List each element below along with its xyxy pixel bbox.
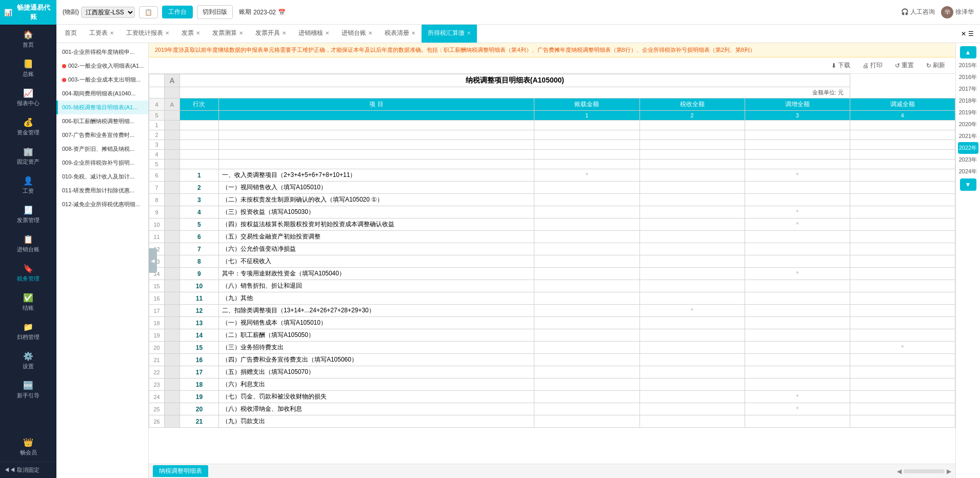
c1-cell[interactable] <box>534 379 639 391</box>
c4-cell[interactable] <box>850 206 955 218</box>
item-cell[interactable]: （四）广告费和业务宣传费支出（填写A105060） <box>218 354 534 366</box>
sidebar-item-new-guide[interactable]: 🆕 新手引导 <box>0 375 56 405</box>
tab-payroll-stat[interactable]: 工资统计报表 ✕ <box>120 25 175 43</box>
c4-cell[interactable] <box>850 160 955 169</box>
left-panel-item-003[interactable]: 003-一般企业成本支出明细... <box>56 73 148 87</box>
left-panel-item-007[interactable]: 007-广告费和业务宣传费时... <box>56 128 148 142</box>
c3-cell[interactable] <box>745 255 850 268</box>
c2-cell[interactable] <box>639 194 745 206</box>
tab-close-income-tax[interactable]: ✕ <box>467 30 471 36</box>
sidebar-item-fixed-asset[interactable]: 🏢 固定资产 <box>0 142 56 171</box>
c3-cell[interactable] <box>745 121 850 130</box>
c2-cell[interactable] <box>639 391 745 403</box>
left-panel-item-006[interactable]: 006-职工薪酬纳税调整明细... <box>56 114 148 128</box>
year-item[interactable]: 2019年 <box>958 107 978 118</box>
c3-cell[interactable] <box>745 292 850 305</box>
sidebar-item-tax-mgmt[interactable]: 🔖 税务管理 <box>0 258 56 288</box>
c2-cell[interactable] <box>639 231 745 243</box>
c4-cell[interactable] <box>850 194 955 206</box>
tab-payroll[interactable]: 工资表 ✕ <box>83 25 120 43</box>
c4-cell[interactable] <box>850 121 955 130</box>
c3-cell[interactable] <box>745 194 850 206</box>
table-row[interactable]: 26 21 （九）罚款支出 <box>149 415 955 428</box>
c2-cell[interactable]: * <box>639 305 745 317</box>
year-item[interactable]: 2022年 <box>958 142 978 154</box>
tab-home[interactable]: 首页 <box>58 25 83 43</box>
c1-cell[interactable] <box>534 305 639 317</box>
c1-cell[interactable] <box>534 354 639 366</box>
c3-cell[interactable]: * <box>745 169 850 182</box>
tab-invoice-calc[interactable]: 发票测算 ✕ <box>206 25 249 43</box>
c3-cell[interactable] <box>745 379 850 391</box>
table-row[interactable]: 17 12 二、扣除类调整项目（13+14+...24+26+27+28+29+… <box>149 305 955 317</box>
left-panel-item-004[interactable]: 004-期间费用明细表(A1040... <box>56 87 148 101</box>
c1-cell[interactable] <box>534 415 639 428</box>
tab-close-invoice[interactable]: ✕ <box>196 30 200 36</box>
c4-cell[interactable] <box>850 317 955 329</box>
left-panel-item-008[interactable]: 008-资产折旧、摊销及纳税... <box>56 142 148 156</box>
table-row[interactable]: 7 2 （一）视同销售收入（填写A105010） <box>149 182 955 194</box>
c4-cell[interactable] <box>850 280 955 292</box>
table-row[interactable]: 3 <box>149 140 955 150</box>
c3-cell[interactable] <box>745 366 850 379</box>
c2-cell[interactable] <box>639 292 745 305</box>
c2-cell[interactable] <box>639 379 745 391</box>
sidebar-item-home[interactable]: 🏠 首页 <box>0 25 56 54</box>
c2-cell[interactable] <box>639 268 745 280</box>
tab-close-payroll[interactable]: ✕ <box>110 30 114 36</box>
tabs-menu[interactable]: ☰ <box>968 30 974 37</box>
item-cell[interactable]: （七）不征税收入 <box>218 255 534 268</box>
item-cell[interactable] <box>218 140 534 150</box>
c1-cell[interactable] <box>534 231 639 243</box>
table-row[interactable]: 23 18 （六）利息支出 <box>149 379 955 391</box>
c4-cell[interactable] <box>850 415 955 428</box>
c3-cell[interactable] <box>745 130 850 140</box>
c1-cell[interactable] <box>534 243 639 255</box>
company-selector[interactable]: (物副) 江西股室-LSS <box>63 7 135 18</box>
period-edit-icon[interactable]: 📅 <box>278 9 286 16</box>
c1-cell[interactable] <box>534 194 639 206</box>
c4-cell[interactable] <box>850 403 955 415</box>
print-btn[interactable]: 🖨 打印 <box>858 59 887 71</box>
sidebar-item-close[interactable]: ✅ 结账 <box>0 288 56 317</box>
item-cell[interactable]: （四）按权益法核算长期股权投资对初始投资成本调整确认收益 <box>218 218 534 231</box>
item-cell[interactable]: （八）销售折扣、折让和退回 <box>218 280 534 292</box>
copy-btn[interactable]: 📋 <box>139 6 158 18</box>
c3-cell[interactable] <box>745 243 850 255</box>
year-item[interactable]: 2020年 <box>958 118 978 130</box>
c1-cell[interactable] <box>534 140 639 150</box>
table-row[interactable]: 9 4 （三）投资收益（填写A105030） * <box>149 206 955 218</box>
workbench-btn[interactable]: 工作台 <box>162 6 193 18</box>
scroll-bar[interactable] <box>904 469 945 473</box>
sidebar-fix-button[interactable]: ◀◀ 取消固定 <box>0 462 56 478</box>
scroll-right-btn[interactable]: ▶ <box>947 468 951 475</box>
scroll-left-btn[interactable]: ◀ <box>897 468 902 475</box>
tab-close-tax-clearance[interactable]: ✕ <box>411 30 415 36</box>
left-panel-item-009[interactable]: 009-企业所得税弥补亏损明... <box>56 156 148 170</box>
sidebar-item-payroll[interactable]: 👤 工资 <box>0 171 56 200</box>
item-cell[interactable]: （二）未按权责发生制原则确认的收入（填写A105020 ①） <box>218 194 534 206</box>
c1-cell[interactable]: * <box>534 169 639 182</box>
year-scroll-down[interactable]: ▼ <box>960 178 976 191</box>
c3-cell[interactable] <box>745 415 850 428</box>
c4-cell[interactable] <box>850 268 955 280</box>
c2-cell[interactable] <box>639 121 745 130</box>
c3-cell[interactable] <box>745 160 850 169</box>
left-panel-item-010[interactable]: 010-免税、减计收入及加计... <box>56 170 148 184</box>
item-cell[interactable]: 二、扣除类调整项目（13+14+...24+26+27+28+29+30） <box>218 305 534 317</box>
item-cell[interactable]: （九）其他 <box>218 292 534 305</box>
c2-cell[interactable] <box>639 354 745 366</box>
c3-cell[interactable] <box>745 305 850 317</box>
c4-cell[interactable] <box>850 218 955 231</box>
table-area[interactable]: A 纳税调整项目明细表(A105000) 金额单位: 元 4 A 行次 <box>149 74 955 464</box>
table-row[interactable]: 22 17 （五）捐赠支出（填写A105070） <box>149 366 955 379</box>
item-cell[interactable]: （三）业务招待费支出 <box>218 342 534 354</box>
left-panel-item-001[interactable]: 001-企业所得税年度纳税申... <box>56 45 148 59</box>
c1-cell[interactable] <box>534 121 639 130</box>
item-cell[interactable] <box>218 160 534 169</box>
c3-cell[interactable] <box>745 329 850 342</box>
refresh-btn[interactable]: ↻ 刷新 <box>922 59 949 71</box>
tab-income-tax[interactable]: 所得税汇算缴 ✕ <box>422 25 477 43</box>
item-cell[interactable]: （八）税收滞纳金、加收利息 <box>218 403 534 415</box>
c3-cell[interactable] <box>745 140 850 150</box>
